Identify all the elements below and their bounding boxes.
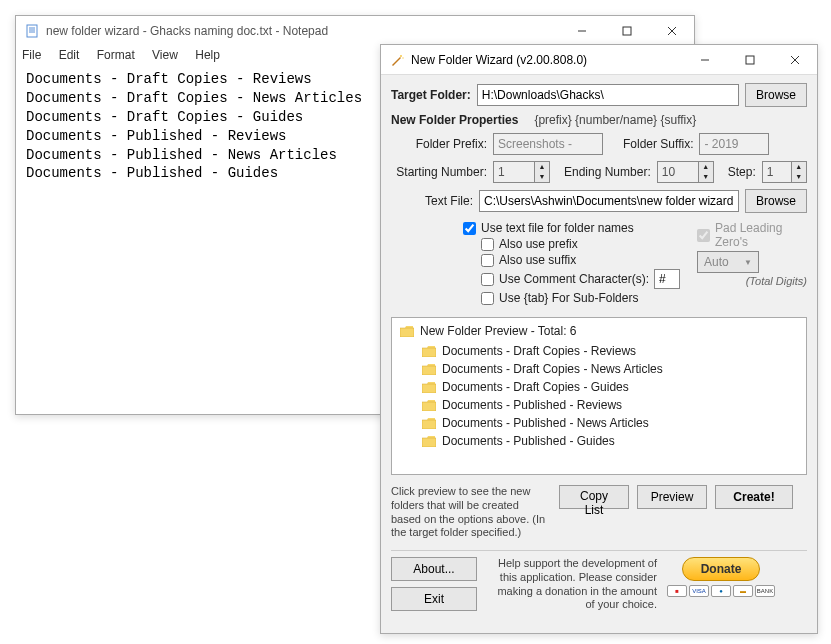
menu-help[interactable]: Help — [195, 48, 220, 62]
textfile-label: Text File: — [419, 194, 473, 208]
copy-list-button[interactable]: Copy List — [559, 485, 629, 509]
wizard-icon — [389, 52, 405, 68]
prefix-input — [493, 133, 603, 155]
minimize-button[interactable] — [682, 45, 727, 75]
preview-item-label: Documents - Draft Copies - Guides — [442, 378, 629, 396]
preview-item[interactable]: Documents - Published - Guides — [422, 432, 798, 450]
svg-rect-14 — [400, 328, 414, 337]
step-label: Step: — [728, 165, 756, 179]
svg-rect-0 — [27, 25, 37, 37]
chevron-down-icon[interactable]: ▼ — [535, 172, 549, 182]
chevron-up-icon[interactable]: ▲ — [699, 162, 713, 172]
close-button[interactable] — [649, 16, 694, 46]
wizard-titlebar: New Folder Wizard (v2.00.808.0) — [381, 45, 817, 75]
preview-button[interactable]: Preview — [637, 485, 707, 509]
preview-item[interactable]: Documents - Draft Copies - Guides — [422, 378, 798, 396]
preview-hint: Click preview to see the new folders tha… — [391, 485, 551, 540]
use-tab-checkbox[interactable]: Use {tab} For Sub-Folders — [463, 291, 687, 305]
notepad-titlebar: new folder wizard - Ghacks naming doc.tx… — [16, 16, 694, 46]
preview-item[interactable]: Documents - Draft Copies - News Articles — [422, 360, 798, 378]
browse-textfile-button[interactable]: Browse — [745, 189, 807, 213]
payment-cards: ■ VISA ● ▬ BANK — [667, 585, 775, 597]
suffix-label: Folder Suffix: — [623, 137, 693, 151]
maximize-button[interactable] — [604, 16, 649, 46]
svg-point-9 — [402, 57, 403, 58]
menu-edit[interactable]: Edit — [59, 48, 80, 62]
exit-button[interactable]: Exit — [391, 587, 477, 611]
comment-char-input[interactable] — [654, 269, 680, 289]
folder-icon — [400, 326, 414, 337]
folder-icon — [422, 400, 436, 411]
menu-format[interactable]: Format — [97, 48, 135, 62]
svg-rect-20 — [422, 438, 436, 447]
donate-button[interactable]: Donate — [682, 557, 761, 581]
svg-rect-19 — [422, 420, 436, 429]
end-number-label: Ending Number: — [564, 165, 651, 179]
new-folder-properties-label: New Folder Properties — [391, 113, 518, 127]
start-number-spinner[interactable]: ▲▼ — [493, 161, 550, 183]
maximize-button[interactable] — [727, 45, 772, 75]
preview-header-text: New Folder Preview - Total: 6 — [420, 324, 577, 338]
chevron-up-icon[interactable]: ▲ — [792, 162, 806, 172]
folder-icon — [422, 418, 436, 429]
use-suffix-checkbox[interactable]: Also use suffix — [463, 253, 687, 267]
svg-rect-18 — [422, 402, 436, 411]
create-button[interactable]: Create! — [715, 485, 793, 509]
menu-view[interactable]: View — [152, 48, 178, 62]
preview-item-label: Documents - Draft Copies - News Articles — [442, 360, 663, 378]
use-prefix-checkbox[interactable]: Also use prefix — [463, 237, 687, 251]
props-hint: {prefix} {number/name} {suffix} — [534, 113, 696, 127]
use-comment-checkbox[interactable]: Use Comment Character(s): — [463, 269, 687, 289]
preview-item-label: Documents - Published - News Articles — [442, 414, 649, 432]
folder-icon — [422, 346, 436, 357]
browse-target-button[interactable]: Browse — [745, 83, 807, 107]
chevron-up-icon[interactable]: ▲ — [535, 162, 549, 172]
target-folder-label: Target Folder: — [391, 88, 471, 102]
prefix-label: Folder Prefix: — [409, 137, 487, 151]
svg-rect-5 — [623, 27, 631, 35]
svg-rect-17 — [422, 384, 436, 393]
minimize-button[interactable] — [559, 16, 604, 46]
digits-select: Auto▼ — [697, 251, 759, 273]
suffix-input — [699, 133, 769, 155]
notepad-title: new folder wizard - Ghacks naming doc.tx… — [46, 24, 559, 38]
end-number-spinner[interactable]: ▲▼ — [657, 161, 714, 183]
wizard-window: New Folder Wizard (v2.00.808.0) Target F… — [380, 44, 818, 634]
folder-icon — [422, 436, 436, 447]
textfile-input[interactable] — [479, 190, 739, 212]
preview-item[interactable]: Documents - Published - News Articles — [422, 414, 798, 432]
wizard-title: New Folder Wizard (v2.00.808.0) — [411, 53, 682, 67]
folder-icon — [422, 382, 436, 393]
chevron-down-icon[interactable]: ▼ — [792, 172, 806, 182]
start-number-label: Starting Number: — [395, 165, 487, 179]
preview-item[interactable]: Documents - Published - Reviews — [422, 396, 798, 414]
preview-item-label: Documents - Draft Copies - Reviews — [442, 342, 636, 360]
preview-item-label: Documents - Published - Guides — [442, 432, 615, 450]
chevron-down-icon[interactable]: ▼ — [699, 172, 713, 182]
use-textfile-checkbox[interactable]: Use text file for folder names — [463, 221, 687, 235]
svg-rect-16 — [422, 366, 436, 375]
folder-icon — [422, 364, 436, 375]
step-spinner[interactable]: ▲▼ — [762, 161, 807, 183]
preview-item[interactable]: Documents - Draft Copies - Reviews — [422, 342, 798, 360]
svg-rect-15 — [422, 348, 436, 357]
donate-hint: Help support the development of this app… — [487, 557, 657, 612]
svg-point-8 — [400, 55, 402, 57]
close-button[interactable] — [772, 45, 817, 75]
pad-zeros-checkbox: Pad Leading Zero's — [697, 221, 807, 249]
target-folder-input[interactable] — [477, 84, 739, 106]
notepad-icon — [24, 23, 40, 39]
menu-file[interactable]: File — [22, 48, 41, 62]
svg-rect-11 — [746, 56, 754, 64]
about-button[interactable]: About... — [391, 557, 477, 581]
digits-hint: (Total Digits) — [697, 275, 807, 287]
preview-box: New Folder Preview - Total: 6 Documents … — [391, 317, 807, 475]
preview-item-label: Documents - Published - Reviews — [442, 396, 622, 414]
